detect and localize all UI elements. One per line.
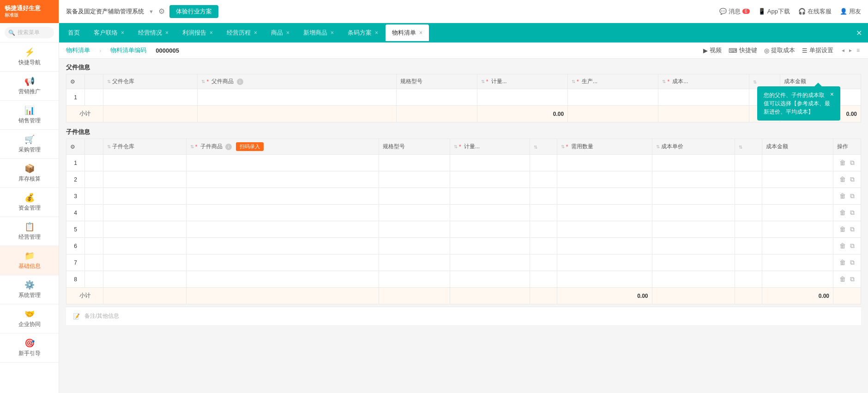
nav-tab-close-4[interactable]: × [254, 30, 257, 36]
child-row-3-product[interactable] [186, 188, 379, 205]
child-row-8-spec[interactable] [379, 271, 450, 288]
delete-icon-3[interactable]: 🗑 [839, 192, 846, 200]
child-row-7-warehouse[interactable] [103, 254, 187, 271]
online-service-btn[interactable]: 🎧 在线客服 [798, 7, 832, 16]
sidebar-item-system[interactable]: ⚙️系统管理 [0, 275, 59, 304]
child-row-7-spec[interactable] [379, 254, 450, 271]
scan-input-btn[interactable]: 扫码录入 [236, 142, 264, 151]
delete-icon-1[interactable]: 🗑 [839, 159, 846, 166]
child-row-2-product[interactable] [186, 171, 379, 188]
nav-tab-close-2[interactable]: × [165, 30, 169, 36]
child-row-2-qty-unit[interactable] [450, 171, 530, 188]
info-icon[interactable]: i [237, 79, 243, 85]
nav-tab-3[interactable]: 利润报告× [176, 24, 219, 41]
nav-tab-close-1[interactable]: × [121, 30, 124, 36]
child-row-2-spec[interactable] [379, 171, 450, 188]
child-row-4-product[interactable] [186, 205, 379, 221]
child-row-1-spec[interactable] [379, 155, 450, 171]
message-btn[interactable]: 💬 消息 6 [719, 7, 750, 16]
child-row-3-need-qty[interactable] [557, 188, 652, 205]
sidebar-item-quick-nav[interactable]: ⚡快捷导航 [0, 42, 59, 72]
child-row-1-unit-cost[interactable] [652, 155, 735, 171]
child-row-2-unit-cost[interactable] [652, 171, 735, 188]
child-row-8-need-qty[interactable] [557, 271, 652, 288]
copy-icon-7[interactable]: ⧉ [850, 259, 855, 266]
child-row-6-warehouse[interactable] [103, 238, 187, 254]
search-menu-trigger[interactable]: 🔍 搜索菜单 [5, 27, 54, 38]
child-row-4-need-qty[interactable] [557, 205, 652, 221]
delete-icon-6[interactable]: 🗑 [839, 242, 846, 249]
child-row-6-qty-unit[interactable] [450, 238, 530, 254]
app-download-btn[interactable]: 📱 App下载 [758, 7, 790, 16]
breadcrumb-2[interactable]: 物料清单编码 [110, 46, 146, 54]
child-row-5-unit-cost[interactable] [652, 221, 735, 238]
child-row-3-unit-cost[interactable] [652, 188, 735, 205]
child-row-8-qty-unit[interactable] [450, 271, 530, 288]
child-row-6-product[interactable] [186, 238, 379, 254]
child-row-3-spec[interactable] [379, 188, 450, 205]
view-btn[interactable]: ▶ 视频 [703, 46, 722, 54]
cost-extract-btn[interactable]: ◎ 提取成本 [764, 46, 795, 54]
child-row-2-need-qty[interactable] [557, 171, 652, 188]
copy-icon-4[interactable]: ⧉ [850, 209, 855, 216]
child-row-7-product[interactable] [186, 254, 379, 271]
trial-btn[interactable]: 体验行业方案 [169, 5, 218, 18]
list-view-icon[interactable]: ≡ [855, 47, 861, 54]
sidebar-item-operation[interactable]: 📋经营管理 [0, 217, 59, 246]
nav-tab-close-5[interactable]: × [286, 30, 289, 36]
nav-tab-close-3[interactable]: × [210, 30, 213, 36]
child-row-7-qty-unit[interactable] [450, 254, 530, 271]
delete-icon-5[interactable]: 🗑 [839, 225, 846, 233]
child-row-1-product[interactable] [186, 155, 379, 171]
child-row-8-warehouse[interactable] [103, 271, 187, 288]
parent-row-1-product[interactable] [198, 89, 396, 106]
user-profile-btn[interactable]: 👤 用友 [840, 7, 861, 16]
nav-tab-7[interactable]: 条码方案× [341, 24, 385, 41]
sidebar-item-marketing[interactable]: 📢营销推广 [0, 72, 59, 101]
child-row-6-unit-cost[interactable] [652, 238, 735, 254]
shortcut-btn[interactable]: ⌨ 快捷键 [729, 46, 757, 54]
sidebar-item-inventory[interactable]: 📦库存核算 [0, 159, 59, 188]
parent-row-1-cost[interactable] [658, 89, 749, 106]
nav-tab-6[interactable]: 新增商品× [297, 24, 340, 41]
copy-icon-5[interactable]: ⧉ [850, 225, 855, 233]
child-row-3-warehouse[interactable] [103, 188, 187, 205]
sidebar-item-guide[interactable]: 🎯新手引导 [0, 333, 59, 363]
nav-tab-close-7[interactable]: × [375, 30, 378, 36]
nav-tab-1[interactable]: 客户联络× [87, 24, 131, 41]
breadcrumb-1[interactable]: 物料清单 [66, 46, 90, 54]
child-row-4-unit-cost[interactable] [652, 205, 735, 221]
child-row-4-warehouse[interactable] [103, 205, 187, 221]
delete-icon-2[interactable]: 🗑 [839, 175, 846, 183]
sidebar-item-finance[interactable]: 💰资金管理 [0, 188, 59, 217]
nav-tab-2[interactable]: 经营情况× [132, 24, 175, 41]
tooltip-close-btn[interactable]: × [830, 91, 834, 97]
child-th-settings[interactable]: ⚙ [66, 139, 85, 155]
child-row-8-product[interactable] [186, 271, 379, 288]
delete-icon-8[interactable]: 🗑 [839, 275, 846, 283]
copy-icon-6[interactable]: ⧉ [850, 242, 855, 249]
sidebar-item-basic[interactable]: 📁基础信息 [0, 246, 59, 275]
child-row-5-spec[interactable] [379, 221, 450, 238]
child-row-6-spec[interactable] [379, 238, 450, 254]
nav-tab-close-8[interactable]: × [419, 30, 422, 36]
child-row-5-need-qty[interactable] [557, 221, 652, 238]
child-row-1-need-qty[interactable] [557, 155, 652, 171]
sidebar-item-enterprise[interactable]: 🤝企业协同 [0, 304, 59, 333]
close-all-tabs-btn[interactable]: ✕ [852, 29, 866, 37]
child-row-7-unit-cost[interactable] [652, 254, 735, 271]
nav-tab-4[interactable]: 经营历程× [220, 24, 264, 41]
next-arrow[interactable]: ▸ [848, 47, 853, 54]
child-row-2-warehouse[interactable] [103, 171, 187, 188]
child-row-4-spec[interactable] [379, 205, 450, 221]
nav-tab-5[interactable]: 商品× [265, 24, 296, 41]
child-row-8-unit-cost[interactable] [652, 271, 735, 288]
parent-th-settings[interactable]: ⚙ [66, 74, 85, 89]
settings-icon[interactable]: ⚙ [158, 7, 165, 16]
system-title-arrow[interactable]: ▼ [149, 9, 154, 14]
child-row-6-need-qty[interactable] [557, 238, 652, 254]
nav-tab-close-6[interactable]: × [331, 30, 334, 36]
child-row-1-warehouse[interactable] [103, 155, 187, 171]
child-row-5-warehouse[interactable] [103, 221, 187, 238]
child-row-1-qty-unit[interactable] [450, 155, 530, 171]
